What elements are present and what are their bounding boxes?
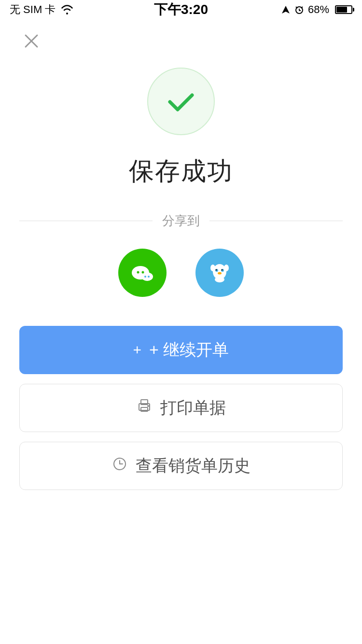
qq-share-button[interactable] xyxy=(195,249,244,297)
wechat-share-button[interactable] xyxy=(118,249,167,297)
battery-percent: 68% xyxy=(308,3,329,16)
action-buttons: + + 继续开单 打印单据 查看销货单历史 xyxy=(19,326,343,490)
svg-point-15 xyxy=(210,265,215,271)
battery-icon xyxy=(335,5,352,14)
status-left: 无 SIM 卡 xyxy=(10,2,74,17)
divider-line-right xyxy=(209,221,343,221)
svg-point-19 xyxy=(216,269,217,271)
svg-point-12 xyxy=(148,276,150,278)
history-button[interactable]: 查看销货单历史 xyxy=(19,442,343,490)
svg-point-21 xyxy=(218,272,222,275)
main-content: 保存成功 分享到 xyxy=(0,19,362,644)
svg-point-11 xyxy=(144,276,146,278)
wechat-icon xyxy=(128,258,157,287)
share-section: 分享到 xyxy=(19,212,343,297)
print-icon xyxy=(136,398,153,418)
alarm-icon xyxy=(294,5,304,14)
continue-label: + 继续开单 xyxy=(149,339,229,361)
svg-point-8 xyxy=(141,272,153,281)
qq-icon xyxy=(205,258,234,287)
history-icon xyxy=(111,456,128,476)
svg-point-9 xyxy=(137,271,139,274)
svg-point-25 xyxy=(147,405,149,407)
success-title: 保存成功 xyxy=(129,154,233,188)
divider-line-left xyxy=(19,221,153,221)
share-icons xyxy=(118,249,244,297)
print-label: 打印单据 xyxy=(160,397,226,419)
history-label: 查看销货单历史 xyxy=(136,455,251,477)
continue-icon: + xyxy=(133,342,142,358)
continue-button[interactable]: + + 继续开单 xyxy=(19,326,343,374)
success-circle xyxy=(147,68,215,135)
svg-point-16 xyxy=(224,265,229,271)
wifi-icon xyxy=(60,5,74,14)
share-label: 分享到 xyxy=(162,212,200,229)
status-bar: 无 SIM 卡 下午3:20 68% xyxy=(0,0,362,19)
sim-status: 无 SIM 卡 xyxy=(10,2,56,17)
print-button[interactable]: 打印单据 xyxy=(19,384,343,432)
location-icon xyxy=(281,5,291,14)
check-icon xyxy=(164,84,198,118)
share-divider: 分享到 xyxy=(19,212,343,229)
svg-point-10 xyxy=(142,271,144,274)
status-time: 下午3:20 xyxy=(154,0,208,19)
status-right: 68% xyxy=(281,3,352,16)
close-button[interactable] xyxy=(19,29,43,53)
close-icon xyxy=(24,33,39,49)
svg-point-20 xyxy=(222,269,223,271)
svg-point-14 xyxy=(215,277,224,282)
